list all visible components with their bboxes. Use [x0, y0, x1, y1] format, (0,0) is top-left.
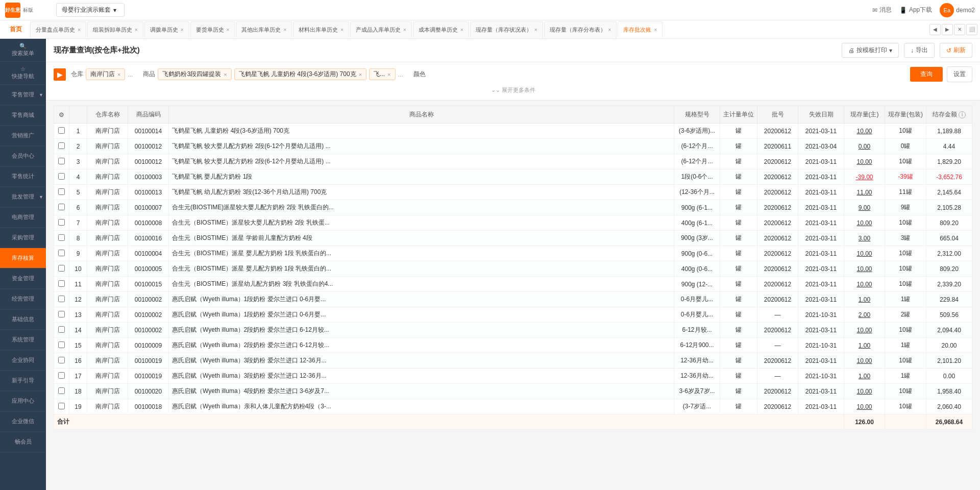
checkbox-input[interactable]	[58, 265, 65, 272]
row-checkbox[interactable]	[54, 277, 69, 292]
sidebar-item-inventory[interactable]: 库存核算	[0, 248, 46, 268]
row-qty-main[interactable]: 11.00	[844, 185, 885, 200]
sidebar-item-marketing[interactable]: 营销推广	[0, 126, 46, 146]
checkbox-input[interactable]	[58, 326, 65, 333]
row-qty-main[interactable]: 10.00	[844, 399, 885, 414]
tab-material-out-close[interactable]: ×	[340, 27, 344, 33]
export-btn[interactable]: ↓ 导出	[904, 43, 935, 58]
tab-cost-adjust[interactable]: 成本调整单历史 ×	[413, 21, 469, 38]
checkbox-input[interactable]	[58, 142, 65, 149]
goods-tag-1[interactable]: 飞鹤奶粉3段四罐提装 ×	[158, 68, 231, 80]
warehouse-tag-close[interactable]: ×	[117, 71, 120, 78]
tab-batch-account-close[interactable]: ×	[654, 27, 657, 33]
app-download-btn[interactable]: 📱 App下载	[899, 6, 932, 14]
expand-btn[interactable]: ⌄⌄ 展开更多条件	[489, 84, 537, 96]
sidebar-item-new-guide[interactable]: 新手引导	[0, 371, 46, 391]
query-btn[interactable]: 查询	[910, 67, 943, 82]
sidebar-item-wholesale[interactable]: 批发管理 ▼	[0, 187, 46, 207]
checkbox-input[interactable]	[58, 357, 65, 363]
tab-transfer-close[interactable]: ×	[181, 27, 184, 33]
row-checkbox[interactable]	[54, 353, 69, 369]
row-checkbox[interactable]	[54, 215, 69, 231]
goods-tag-3-close[interactable]: ×	[387, 71, 390, 78]
sidebar-item-member-plan[interactable]: 畅会员	[0, 432, 46, 452]
row-qty-main[interactable]: 2.00	[844, 307, 885, 323]
tab-split[interactable]: 分量盘点单历史 ×	[30, 21, 86, 38]
row-qty-main[interactable]: 10.00	[844, 215, 885, 231]
message-btn[interactable]: ✉ 消息	[872, 6, 892, 14]
warehouse-tag-1[interactable]: 南岸门店 ×	[86, 68, 125, 80]
row-qty-main[interactable]: 10.00	[844, 124, 885, 139]
tab-maximize-btn[interactable]: ⬜	[966, 24, 977, 35]
tab-disassemble[interactable]: 组装拆卸单历史 ×	[87, 21, 143, 38]
row-checkbox[interactable]	[54, 154, 69, 169]
row-checkbox[interactable]	[54, 292, 69, 307]
row-checkbox[interactable]	[54, 231, 69, 246]
filter-toggle-btn[interactable]: ▶	[54, 68, 66, 81]
sidebar-search[interactable]: 🔍 搜索菜单	[0, 39, 46, 62]
tab-inventory-status-close[interactable]: ×	[534, 27, 537, 33]
row-checkbox[interactable]	[54, 261, 69, 277]
checkbox-input[interactable]	[58, 403, 65, 409]
warehouse-ellipsis[interactable]: ...	[128, 71, 133, 78]
row-qty-main[interactable]: 1.00	[844, 338, 885, 353]
checkbox-input[interactable]	[58, 372, 65, 379]
tab-other-out-close[interactable]: ×	[283, 27, 286, 33]
checkbox-input[interactable]	[58, 296, 65, 302]
tab-batch-account[interactable]: 库存批次账 ×	[618, 21, 663, 38]
row-checkbox[interactable]	[54, 323, 69, 338]
tab-product-in[interactable]: 产成品入库单历史 ×	[350, 21, 412, 38]
goods-tag-3[interactable]: 飞... ×	[369, 68, 395, 80]
checkbox-input[interactable]	[58, 158, 65, 164]
row-qty-main[interactable]: 1.00	[844, 369, 885, 384]
row-checkbox[interactable]	[54, 338, 69, 353]
checkbox-input[interactable]	[58, 204, 65, 210]
tab-inventory-status[interactable]: 现存量（库存状况表） ×	[470, 21, 543, 38]
sidebar-item-member[interactable]: 会员中心	[0, 146, 46, 166]
row-qty-main[interactable]: 10.00	[844, 246, 885, 261]
sidebar-item-app-center[interactable]: 应用中心	[0, 391, 46, 411]
tab-transfer[interactable]: 调拨单历史 ×	[144, 21, 189, 38]
refresh-btn[interactable]: ↺ 刷新	[940, 43, 972, 58]
tab-cost-adjust-close[interactable]: ×	[460, 27, 463, 33]
col-check[interactable]: ⚙	[54, 106, 69, 124]
tab-material-out[interactable]: 材料出库单历史 ×	[293, 21, 349, 38]
goods-ellipsis[interactable]: ...	[398, 71, 403, 78]
sidebar-item-ecommerce[interactable]: 电商管理	[0, 207, 46, 228]
row-checkbox[interactable]	[54, 384, 69, 399]
tab-close-all-btn[interactable]: ✕	[954, 24, 965, 35]
settings-btn[interactable]: 设置	[947, 66, 972, 82]
checkbox-input[interactable]	[58, 250, 65, 256]
tab-disassemble-close[interactable]: ×	[135, 27, 138, 33]
checkbox-input[interactable]	[58, 280, 65, 287]
row-qty-main[interactable]: 10.00	[844, 154, 885, 169]
checkbox-input[interactable]	[58, 173, 65, 180]
tab-requisition[interactable]: 要货单历史 ×	[190, 21, 235, 38]
row-qty-main[interactable]: 10.00	[844, 261, 885, 277]
checkbox-input[interactable]	[58, 387, 65, 394]
workspace-selector[interactable]: 母婴行业演示账套 ▾	[56, 3, 125, 17]
tab-product-in-close[interactable]: ×	[403, 27, 406, 33]
sidebar-nav[interactable]: ☆ 快捷导航	[0, 62, 46, 85]
row-qty-main[interactable]: 10.00	[844, 384, 885, 399]
tab-split-close[interactable]: ×	[78, 27, 81, 33]
row-qty-main[interactable]: 0.00	[844, 139, 885, 154]
tab-home[interactable]: 首页	[3, 22, 29, 37]
tab-next-btn[interactable]: ▶	[942, 24, 953, 35]
checkbox-input[interactable]	[58, 127, 65, 134]
tab-prev-btn[interactable]: ◀	[929, 24, 941, 35]
tab-inventory-dist[interactable]: 现存量（库存分布表） ×	[544, 21, 617, 38]
sidebar-item-system[interactable]: 系统管理	[0, 330, 46, 350]
sidebar-item-retail-stats[interactable]: 零售统计	[0, 166, 46, 187]
print-btn[interactable]: 🖨 按模板打印 ▾	[842, 43, 899, 58]
tab-other-out[interactable]: 其他出库单历史 ×	[236, 21, 292, 38]
row-qty-main[interactable]: 9.00	[844, 200, 885, 215]
row-checkbox[interactable]	[54, 369, 69, 384]
row-checkbox[interactable]	[54, 307, 69, 323]
goods-tag-1-close[interactable]: ×	[224, 71, 227, 78]
sidebar-item-retail-mgmt[interactable]: 零售管理 ▼	[0, 85, 46, 105]
row-qty-main[interactable]: 10.00	[844, 353, 885, 369]
row-checkbox[interactable]	[54, 185, 69, 200]
row-checkbox[interactable]	[54, 246, 69, 261]
goods-tag-2-close[interactable]: ×	[359, 71, 362, 78]
